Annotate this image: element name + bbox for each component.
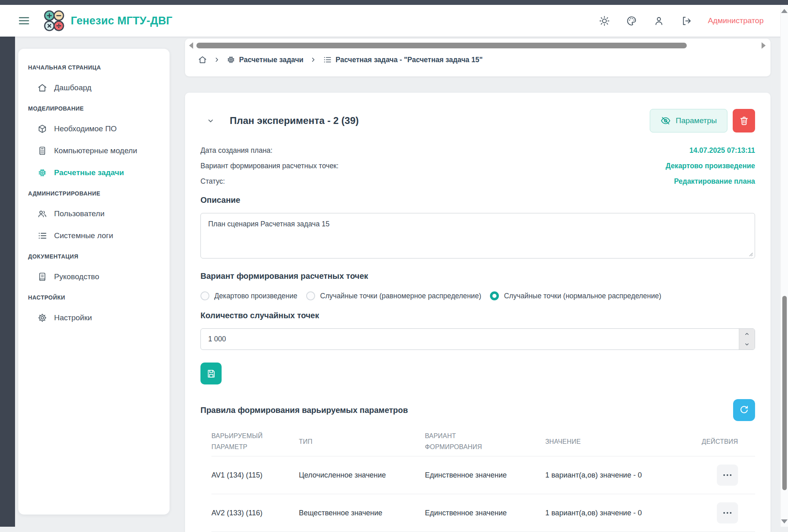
sidebar-item-label: Компьютерные модели xyxy=(54,146,137,155)
breadcrumb-calculation-tasks[interactable]: Расчетные задачи xyxy=(226,55,303,64)
users-icon xyxy=(37,209,47,219)
cell-param: AV1 (134) (115) xyxy=(211,471,299,480)
sidebar-rail xyxy=(0,37,15,527)
radio-uniform-random[interactable]: Случайные точки (равномерное распределен… xyxy=(306,291,481,300)
number-spinner xyxy=(739,329,755,350)
sidebar-item-calculation-tasks[interactable]: Расчетные задачи xyxy=(28,168,165,178)
chip-icon xyxy=(226,55,235,64)
chevron-right-icon xyxy=(213,56,221,64)
refresh-icon xyxy=(739,405,749,415)
vertical-scrollbar-thumb[interactable] xyxy=(782,296,787,490)
gear-icon xyxy=(37,313,47,323)
home-icon xyxy=(37,83,47,93)
col-value: ЗНАЧЕНИЕ xyxy=(545,436,695,447)
col-varied-parameter: ВАРЬИРУЕМЫЙ ПАРАМЕТР xyxy=(211,430,279,452)
cell-type: Целочисленное значение xyxy=(299,471,425,480)
rules-table: ВАРЬИРУЕМЫЙ ПАРАМЕТР ТИП ВАРИАНТ ФОРМИРО… xyxy=(211,427,755,532)
sidebar-item-label: Необходимое ПО xyxy=(54,124,117,133)
scroll-left-arrow[interactable] xyxy=(189,42,193,49)
variant-options: Декартово произведение Случайные точки (… xyxy=(200,291,755,300)
spinner-down-icon[interactable] xyxy=(739,339,755,350)
vertical-scrollbar xyxy=(780,5,788,527)
sidebar-item-manual[interactable]: Руководство xyxy=(28,272,165,282)
app-logo-math-icon xyxy=(43,10,65,32)
menu-icon[interactable] xyxy=(18,15,30,27)
radio-normal-random[interactable]: Случайные точки (нормальное распределени… xyxy=(490,291,661,300)
radio-selected-icon xyxy=(490,291,499,300)
sidebar-item-label: Системные логи xyxy=(54,231,113,240)
info-row-created: Дата создания плана: 14.07.2025 07:13:11 xyxy=(200,143,755,158)
row-actions-button[interactable] xyxy=(717,465,738,486)
breadcrumb-home[interactable] xyxy=(198,55,207,64)
user-icon[interactable] xyxy=(653,15,664,26)
col-type: ТИП xyxy=(299,436,425,447)
info-row-variant: Вариант формирования расчетных точек: Де… xyxy=(200,158,755,174)
sidebar-item-system-logs[interactable]: Системные логи xyxy=(28,231,165,241)
points-count-heading: Количество случайных точек xyxy=(200,311,755,320)
cell-variant: Единственное значение xyxy=(425,509,545,517)
theme-sun-icon[interactable] xyxy=(599,15,610,26)
home-icon xyxy=(198,55,207,64)
list-icon xyxy=(37,231,47,241)
save-button[interactable] xyxy=(200,363,222,384)
experiment-plan-card: План эксперимента - 2 (39) Параметры Дат… xyxy=(185,93,771,532)
list-icon xyxy=(323,55,332,64)
scroll-up-arrow[interactable] xyxy=(781,9,788,13)
sidebar-section-documentation: ДОКУМЕНТАЦИЯ xyxy=(28,253,165,260)
table-row: AV2 (133) (116) Вещественное значение Ед… xyxy=(211,494,755,532)
scroll-right-arrow[interactable] xyxy=(762,42,766,49)
cell-variant: Единственное значение xyxy=(425,471,545,480)
sidebar-item-users[interactable]: Пользователи xyxy=(28,209,165,219)
description-heading: Описание xyxy=(200,195,755,205)
breadcrumb-current-task[interactable]: Расчетная задача - "Расчетная задача 15" xyxy=(323,55,483,64)
sidebar-item-label: Пользователи xyxy=(54,209,104,218)
package-icon xyxy=(37,124,47,134)
palette-icon[interactable] xyxy=(626,15,637,26)
row-actions-button[interactable] xyxy=(717,502,738,523)
col-formation-variant: ВАРИАНТ ФОРМИРОВАНИЯ xyxy=(425,430,500,452)
chevron-right-icon xyxy=(309,56,317,64)
cell-param: AV2 (133) (116) xyxy=(211,509,299,517)
plan-header: План эксперимента - 2 (39) Параметры xyxy=(200,109,755,132)
book-icon xyxy=(37,272,47,282)
calculator-icon xyxy=(37,146,47,156)
rules-table-header: ВАРЬИРУЕМЫЙ ПАРАМЕТР ТИП ВАРИАНТ ФОРМИРО… xyxy=(211,427,755,456)
points-count-input[interactable] xyxy=(201,329,755,350)
rules-heading: Правила формирования варьируемых парамет… xyxy=(200,406,408,415)
sidebar-item-computer-models[interactable]: Компьютерные модели xyxy=(28,146,165,156)
sidebar-item-label: Руководство xyxy=(54,272,99,281)
sidebar-item-software[interactable]: Необходимое ПО xyxy=(28,124,165,134)
cell-value: 1 вариант(а,ов) значение - 0 xyxy=(545,509,695,517)
table-row: AV1 (134) (115) Целочисленное значение Е… xyxy=(211,456,755,494)
chip-icon xyxy=(37,168,47,178)
radio-icon xyxy=(306,291,315,300)
parameters-button[interactable]: Параметры xyxy=(650,109,727,132)
delete-plan-button[interactable] xyxy=(733,109,755,132)
sidebar-item-settings[interactable]: Настройки xyxy=(28,313,165,323)
app-header: Генезис МГТУ-ДВГ Администратор xyxy=(0,5,788,37)
info-row-status: Статус: Редактирование плана xyxy=(200,174,755,189)
spinner-up-icon[interactable] xyxy=(739,329,755,339)
cell-type: Вещественное значение xyxy=(299,509,425,517)
sidebar-section-administration: АДМИНИСТРИРОВАНИЕ xyxy=(28,190,165,197)
plan-created-value: 14.07.2025 07:13:11 xyxy=(689,143,755,158)
horizontal-scrollbar-thumb[interactable] xyxy=(196,43,687,48)
save-floppy-icon xyxy=(206,369,216,379)
variant-heading: Вариант формирования расчетных точек xyxy=(200,271,755,281)
description-textarea[interactable]: План сценария Расчетная задача 15 xyxy=(200,213,755,258)
logout-icon[interactable] xyxy=(681,15,692,26)
header-actions: Администратор xyxy=(599,15,764,26)
window-top-strip xyxy=(0,0,788,5)
plan-variant-value: Декартово произведение xyxy=(666,158,755,174)
radio-cartesian[interactable]: Декартово произведение xyxy=(200,291,297,300)
breadcrumb: Расчетные задачи Расчетная задача - "Рас… xyxy=(189,50,766,64)
scroll-down-arrow[interactable] xyxy=(781,519,788,523)
collapse-chevron-icon[interactable] xyxy=(206,116,215,125)
sidebar-item-label: Расчетные задачи xyxy=(54,168,124,177)
sidebar-item-label: Дашбоард xyxy=(54,83,91,92)
sidebar-section-modeling: МОДЕЛИРОВАНИЕ xyxy=(28,105,165,112)
user-role-label[interactable]: Администратор xyxy=(708,16,764,25)
trash-icon xyxy=(739,115,749,126)
sidebar-item-dashboard[interactable]: Дашбоард xyxy=(28,83,165,93)
refresh-button[interactable] xyxy=(733,399,755,421)
